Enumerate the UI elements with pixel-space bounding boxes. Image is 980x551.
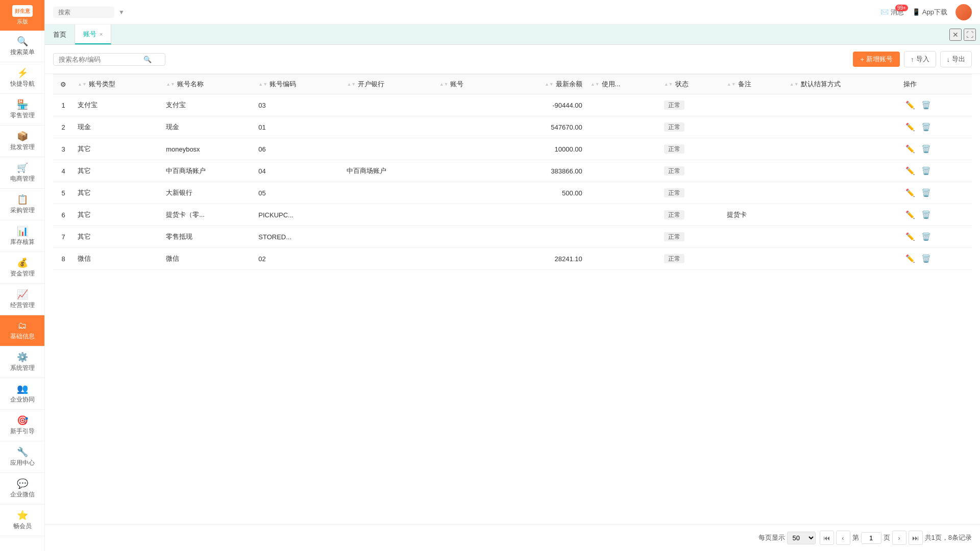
prev-page-button[interactable]: ‹ <box>836 531 850 545</box>
delete-button[interactable]: 🗑️ <box>919 187 933 198</box>
app-download-button[interactable]: 📱 App下载 <box>912 8 947 17</box>
status-badge: 正常 <box>664 101 684 110</box>
sidebar-item-appcenter[interactable]: 🔧 应用中心 <box>0 441 44 473</box>
row-balance: 547670.00 <box>498 116 586 138</box>
row-status: 正常 <box>660 182 723 204</box>
row-bank <box>342 138 435 160</box>
edit-button[interactable]: ✏️ <box>903 231 917 242</box>
row-note <box>723 94 786 116</box>
delete-button[interactable]: 🗑️ <box>919 231 933 242</box>
status-badge: 正常 <box>664 122 684 132</box>
row-name: 大新银行 <box>162 182 254 204</box>
page-number-input[interactable] <box>861 532 881 544</box>
page-size-dropdown[interactable]: 50 100 <box>787 532 816 544</box>
sort-icon[interactable]: ▲▼ <box>790 82 799 87</box>
sort-icon[interactable]: ▲▼ <box>727 82 736 87</box>
delete-button[interactable]: 🗑️ <box>919 99 933 111</box>
row-usage <box>586 116 660 138</box>
row-code: 04 <box>254 160 342 182</box>
sort-icon[interactable]: ▲▼ <box>664 82 673 87</box>
tab-close-button[interactable]: ✕ <box>949 29 962 41</box>
sidebar-item-ecommerce[interactable]: 🛒 电商管理 <box>0 157 44 189</box>
edit-button[interactable]: ✏️ <box>903 143 917 155</box>
col-usage-header: ▲▼使用... <box>586 74 660 94</box>
search-box[interactable]: 🔍 <box>53 53 165 66</box>
sort-icon[interactable]: ▲▼ <box>439 82 449 87</box>
delete-button[interactable]: 🗑️ <box>919 165 933 177</box>
chart-icon: 📊 <box>17 226 28 237</box>
edit-button[interactable]: ✏️ <box>903 165 917 177</box>
delete-button[interactable]: 🗑️ <box>919 143 933 155</box>
row-name: 微信 <box>162 248 254 270</box>
tab-home[interactable]: 首页 <box>45 24 75 44</box>
search-input[interactable] <box>59 56 140 63</box>
sidebar-item-operations[interactable]: 📈 经营管理 <box>0 284 44 315</box>
import-button[interactable]: ↑ 导入 <box>904 51 936 67</box>
next-page-button[interactable]: › <box>892 531 906 545</box>
sidebar-item-wholesale[interactable]: 📦 批发管理 <box>0 126 44 157</box>
sidebar-item-finance[interactable]: 💰 资金管理 <box>0 252 44 284</box>
global-search-input[interactable] <box>53 7 114 18</box>
search-icon: 🔍 <box>143 56 152 63</box>
edit-button[interactable]: ✏️ <box>903 253 917 264</box>
export-button[interactable]: ↓ 导出 <box>940 51 972 67</box>
edit-button[interactable]: ✏️ <box>903 99 917 111</box>
edit-button[interactable]: ✏️ <box>903 187 917 198</box>
row-usage <box>586 160 660 182</box>
sidebar-item-sysadmin[interactable]: ⚙️ 系统管理 <box>0 346 44 378</box>
sidebar-item-bizwechat[interactable]: 💬 企业微信 <box>0 473 44 505</box>
sidebar-item-member[interactable]: ⭐ 畅会员 <box>0 505 44 536</box>
table-body: 1 支付宝 支付宝 03 -90444.00 正常 ✏️ 🗑️ 2 现金 现金 … <box>53 94 972 270</box>
first-page-button[interactable]: ⏮ <box>820 531 834 545</box>
row-bank <box>342 226 435 248</box>
tab-bar: 首页 账号 × ✕ ⛶ <box>45 24 980 45</box>
add-account-button[interactable]: + 新增账号 <box>853 52 900 67</box>
sidebar-item-label: 零售管理 <box>10 111 35 120</box>
sidebar-item-retail[interactable]: 🏪 零售管理 <box>0 94 44 126</box>
sidebar-item-label: 畅会员 <box>13 522 32 531</box>
sidebar-item-collab[interactable]: 👥 企业协同 <box>0 378 44 410</box>
delete-button[interactable]: 🗑️ <box>919 209 933 220</box>
tab-fullscreen-button[interactable]: ⛶ <box>964 29 976 41</box>
sidebar-item-guide[interactable]: 🎯 新手引导 <box>0 410 44 441</box>
toolbar-right: + 新增账号 ↑ 导入 ↓ 导出 <box>853 51 972 67</box>
export-label: 导出 <box>952 55 965 64</box>
sort-icon[interactable]: ▲▼ <box>78 82 87 87</box>
sidebar-item-quicknav[interactable]: ⚡ 快捷导航 <box>0 62 44 94</box>
sidebar-item-basicinfo[interactable]: 🗂 基础信息 <box>0 315 44 346</box>
app-logo: 好生意 乐版 <box>0 0 44 31</box>
store-icon: 🏪 <box>17 99 28 110</box>
tab-account[interactable]: 账号 × <box>75 24 111 44</box>
edit-button[interactable]: ✏️ <box>903 121 917 133</box>
sidebar-item-search[interactable]: 🔍 搜索菜单 <box>0 31 44 62</box>
tab-home-label: 首页 <box>53 30 66 39</box>
sort-icon[interactable]: ▲▼ <box>545 82 554 87</box>
message-button[interactable]: ✉️ 消息 99+ <box>880 8 904 17</box>
row-note <box>723 226 786 248</box>
row-note <box>723 182 786 204</box>
row-status: 正常 <box>660 204 723 226</box>
row-op: ✏️ 🗑️ <box>899 94 972 116</box>
chat-icon: 💬 <box>17 478 28 489</box>
last-page-button[interactable]: ⏭ <box>909 531 923 545</box>
settings-col-header[interactable]: ⚙ <box>53 74 74 94</box>
sort-icon[interactable]: ▲▼ <box>347 82 356 87</box>
sidebar-item-purchase[interactable]: 📋 采购管理 <box>0 189 44 220</box>
sort-icon[interactable]: ▲▼ <box>591 82 600 87</box>
tab-close-icon[interactable]: × <box>100 31 103 37</box>
col-balance-header: ▲▼最新余额 <box>498 74 586 94</box>
edit-button[interactable]: ✏️ <box>903 209 917 220</box>
sidebar-item-inventory[interactable]: 📊 库存核算 <box>0 220 44 252</box>
delete-button[interactable]: 🗑️ <box>919 121 933 133</box>
sidebar-item-label: 系统管理 <box>10 364 35 372</box>
row-code: 01 <box>254 116 342 138</box>
row-bank <box>342 248 435 270</box>
user-avatar[interactable] <box>955 4 972 20</box>
row-account <box>435 138 498 160</box>
delete-button[interactable]: 🗑️ <box>919 253 933 264</box>
sort-icon[interactable]: ▲▼ <box>166 82 175 87</box>
status-badge: 正常 <box>664 166 684 176</box>
table-row: 1 支付宝 支付宝 03 -90444.00 正常 ✏️ 🗑️ <box>53 94 972 116</box>
row-name: 中百商场账户 <box>162 160 254 182</box>
sort-icon[interactable]: ▲▼ <box>258 82 267 87</box>
